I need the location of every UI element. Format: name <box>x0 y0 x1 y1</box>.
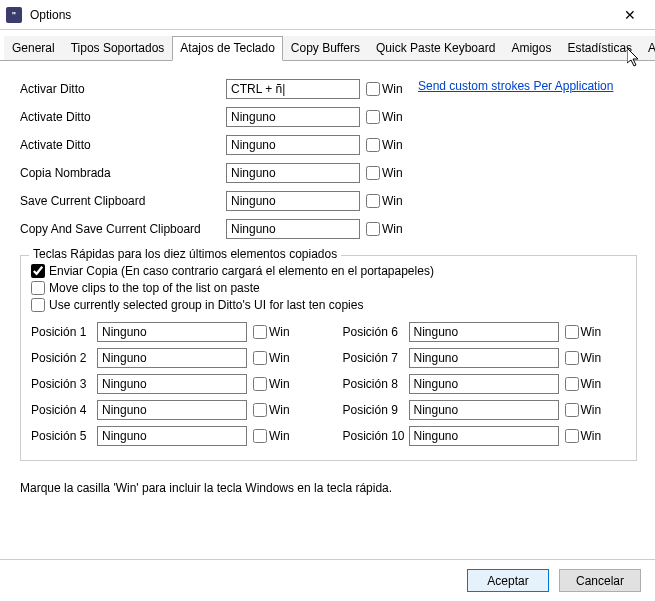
checkbox-use-selected-group[interactable] <box>31 298 45 312</box>
win-checkbox[interactable] <box>366 82 380 96</box>
custom-strokes-link[interactable]: Send custom strokes Per Application <box>418 79 613 93</box>
win-checkbox[interactable] <box>253 351 267 365</box>
position-row: Posición 3 Win <box>31 374 315 394</box>
position-input[interactable] <box>409 348 559 368</box>
position-input[interactable] <box>97 400 247 420</box>
win-checkbox[interactable] <box>366 194 380 208</box>
position-input[interactable] <box>97 374 247 394</box>
footer: Aceptar Cancelar <box>0 559 655 601</box>
tab-amigos[interactable]: Amigos <box>503 36 559 60</box>
check-label: Use currently selected group in Ditto's … <box>49 298 363 312</box>
win-checkbox-area: Win <box>366 222 403 236</box>
win-checkbox[interactable] <box>253 429 267 443</box>
position-label: Posición 4 <box>31 403 97 417</box>
win-checkbox[interactable] <box>366 166 380 180</box>
tab-acerca-de[interactable]: Acerca de <box>640 36 655 60</box>
win-checkbox-area: Win <box>565 351 602 365</box>
check-use-selected-group[interactable]: Use currently selected group in Ditto's … <box>31 298 626 312</box>
titlebar: " Options ✕ <box>0 0 655 30</box>
position-row: Posición 10 Win <box>343 426 627 446</box>
shortcut-row: Save Current Clipboard Win <box>20 191 637 211</box>
shortcut-input[interactable] <box>226 135 360 155</box>
cancel-button[interactable]: Cancelar <box>559 569 641 592</box>
tab-estadisticas[interactable]: Estadísticas <box>559 36 640 60</box>
position-label: Posición 3 <box>31 377 97 391</box>
position-label: Posición 5 <box>31 429 97 443</box>
win-label: Win <box>269 377 290 391</box>
win-checkbox[interactable] <box>366 222 380 236</box>
position-row: Posición 7 Win <box>343 348 627 368</box>
tab-atajos-de-teclado[interactable]: Atajos de Teclado <box>172 36 283 61</box>
win-checkbox[interactable] <box>253 377 267 391</box>
position-label: Posición 10 <box>343 429 409 443</box>
win-label: Win <box>382 166 403 180</box>
window-title: Options <box>30 8 609 22</box>
position-input[interactable] <box>409 322 559 342</box>
checkbox-enviar-copia[interactable] <box>31 264 45 278</box>
win-checkbox-area: Win <box>366 110 403 124</box>
position-label: Posición 9 <box>343 403 409 417</box>
position-row: Posición 4 Win <box>31 400 315 420</box>
tab-quick-paste-keyboard[interactable]: Quick Paste Keyboard <box>368 36 503 60</box>
tab-copy-buffers[interactable]: Copy Buffers <box>283 36 368 60</box>
win-label: Win <box>581 429 602 443</box>
win-checkbox[interactable] <box>565 325 579 339</box>
win-checkbox-area: Win <box>253 377 290 391</box>
win-checkbox[interactable] <box>366 110 380 124</box>
win-checkbox[interactable] <box>565 377 579 391</box>
win-label: Win <box>581 325 602 339</box>
check-enviar-copia[interactable]: Enviar Copia (En caso contrario cargará … <box>31 264 626 278</box>
tab-tipos-soportados[interactable]: Tipos Soportados <box>63 36 173 60</box>
position-input[interactable] <box>409 426 559 446</box>
tab-general[interactable]: General <box>4 36 63 60</box>
position-row: Posición 8 Win <box>343 374 627 394</box>
position-input[interactable] <box>97 426 247 446</box>
win-label: Win <box>382 82 403 96</box>
shortcut-input[interactable] <box>226 219 360 239</box>
shortcut-row: Copy And Save Current Clipboard Win <box>20 219 637 239</box>
position-input[interactable] <box>409 400 559 420</box>
ok-button[interactable]: Aceptar <box>467 569 549 592</box>
check-move-clips[interactable]: Move clips to the top of the list on pas… <box>31 281 626 295</box>
check-label: Enviar Copia (En caso contrario cargará … <box>49 264 434 278</box>
win-label: Win <box>382 138 403 152</box>
shortcut-input[interactable] <box>226 191 360 211</box>
win-checkbox-area: Win <box>366 194 403 208</box>
win-checkbox-area: Win <box>366 82 403 96</box>
win-checkbox-area: Win <box>565 325 602 339</box>
position-input[interactable] <box>97 348 247 368</box>
position-input[interactable] <box>409 374 559 394</box>
position-row: Posición 1 Win <box>31 322 315 342</box>
shortcut-label: Save Current Clipboard <box>20 194 226 208</box>
check-label: Move clips to the top of the list on pas… <box>49 281 260 295</box>
win-label: Win <box>269 351 290 365</box>
win-label: Win <box>581 403 602 417</box>
position-row: Posición 2 Win <box>31 348 315 368</box>
position-row: Posición 6 Win <box>343 322 627 342</box>
group-title: Teclas Rápidas para los diez últimos ele… <box>29 247 341 261</box>
position-label: Posición 6 <box>343 325 409 339</box>
shortcut-label: Copy And Save Current Clipboard <box>20 222 226 236</box>
win-checkbox[interactable] <box>565 429 579 443</box>
win-checkbox-area: Win <box>565 429 602 443</box>
content-area: Send custom strokes Per Application Acti… <box>0 61 655 499</box>
win-label: Win <box>382 194 403 208</box>
shortcut-input[interactable] <box>226 163 360 183</box>
checkbox-move-clips[interactable] <box>31 281 45 295</box>
win-checkbox[interactable] <box>565 351 579 365</box>
shortcut-input[interactable] <box>226 79 360 99</box>
win-checkbox[interactable] <box>366 138 380 152</box>
shortcut-label: Activar Ditto <box>20 82 226 96</box>
win-checkbox[interactable] <box>253 325 267 339</box>
win-label: Win <box>269 325 290 339</box>
win-checkbox[interactable] <box>253 403 267 417</box>
position-input[interactable] <box>97 322 247 342</box>
close-button[interactable]: ✕ <box>609 1 651 29</box>
position-row: Posición 5 Win <box>31 426 315 446</box>
win-checkbox-area: Win <box>253 351 290 365</box>
hotkeys-groupbox: Teclas Rápidas para los diez últimos ele… <box>20 255 637 461</box>
win-label: Win <box>581 351 602 365</box>
shortcut-input[interactable] <box>226 107 360 127</box>
group-checks: Enviar Copia (En caso contrario cargará … <box>31 264 626 312</box>
win-checkbox[interactable] <box>565 403 579 417</box>
